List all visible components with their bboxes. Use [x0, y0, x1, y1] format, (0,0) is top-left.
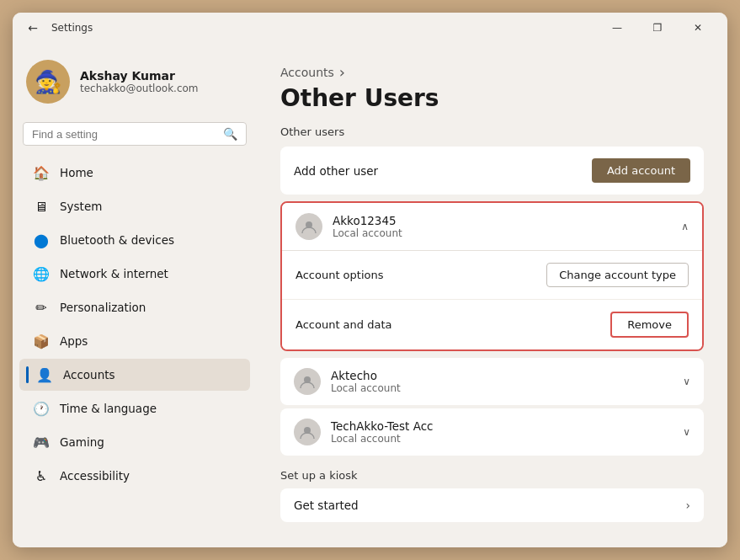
setup-kiosk-section: Set up a kiosk Get started › — [280, 469, 704, 522]
sidebar-item-apps[interactable]: 📦 Apps — [19, 325, 250, 357]
user-item-techakko-test: TechAkko-Test Acc Local account ∨ — [280, 408, 704, 456]
maximize-button[interactable]: ❐ — [638, 14, 677, 41]
user-info: Akshay Kumar techakko@outlook.com — [80, 69, 199, 94]
user-name-aktecho: Aktecho — [331, 369, 401, 382]
home-icon: 🏠 — [33, 164, 50, 181]
user-item-akko12345: Akko12345 Local account ∧ Account option… — [280, 201, 704, 351]
get-started-label: Get started — [294, 499, 359, 512]
sidebar-item-bluetooth[interactable]: ⬤ Bluetooth & devices — [19, 224, 250, 256]
back-button[interactable]: ← — [23, 18, 43, 38]
system-icon: 🖥 — [33, 198, 50, 215]
gaming-icon: 🎮 — [33, 434, 50, 451]
sidebar-item-home[interactable]: 🏠 Home — [19, 157, 250, 189]
user-type-akko12345: Local account — [333, 227, 402, 239]
remove-button[interactable]: Remove — [610, 312, 689, 338]
user-item-aktecho: Aktecho Local account ∨ — [280, 358, 704, 405]
chevron-down-icon-2: ∨ — [683, 426, 690, 438]
user-header-techakko-test[interactable]: TechAkko-Test Acc Local account ∨ — [280, 408, 704, 456]
search-input[interactable] — [32, 128, 218, 141]
user-name-akko12345: Akko12345 — [333, 214, 402, 227]
sidebar-item-label: Personalization — [60, 301, 146, 314]
user-avatar-techakko-test — [294, 419, 321, 445]
page-title: Other Users — [280, 84, 704, 112]
sidebar-item-gaming[interactable]: 🎮 Gaming — [19, 426, 250, 458]
window-controls: — ❐ ✕ — [598, 14, 717, 41]
chevron-up-icon: ∧ — [681, 221, 689, 232]
sidebar-item-label: Apps — [60, 334, 88, 348]
titlebar: ← Settings — ❐ ✕ — [13, 13, 727, 43]
close-button[interactable]: ✕ — [679, 14, 717, 41]
add-account-button[interactable]: Add account — [592, 158, 690, 183]
apps-icon: 📦 — [33, 333, 50, 349]
bluetooth-icon: ⬤ — [33, 232, 50, 248]
add-user-label: Add other user — [294, 164, 378, 178]
main-content: Accounts › Other Users Other users Add o… — [257, 43, 727, 547]
sidebar-item-label: Gaming — [60, 435, 104, 449]
account-options-label: Account options — [295, 269, 384, 281]
user-header-aktecho[interactable]: Aktecho Local account ∨ — [280, 358, 704, 405]
get-started-row[interactable]: Get started › — [280, 488, 704, 522]
accessibility-icon: ♿ — [33, 467, 50, 484]
sidebar-item-accessibility[interactable]: ♿ Accessibility — [19, 460, 250, 492]
change-account-type-button[interactable]: Change account type — [546, 263, 689, 287]
minimize-button[interactable]: — — [598, 14, 636, 41]
personalization-icon: ✏️ — [33, 299, 50, 316]
search-icon: 🔍 — [223, 127, 237, 141]
account-data-row: Account and data Remove — [282, 300, 702, 349]
kiosk-label: Set up a kiosk — [280, 469, 704, 482]
sidebar-item-label: Accounts — [63, 368, 115, 381]
account-options-row: Account options Change account type — [282, 251, 702, 300]
sidebar-item-personalization[interactable]: ✏️ Personalization — [19, 291, 250, 323]
breadcrumb: Accounts › — [280, 63, 704, 81]
sidebar-item-label: Accessibility — [60, 469, 130, 483]
user-header-akko12345[interactable]: Akko12345 Local account ∧ — [282, 203, 702, 250]
time-icon: 🕐 — [33, 400, 50, 417]
user-options-akko12345: Account options Change account type Acco… — [282, 250, 702, 349]
sidebar-item-time[interactable]: 🕐 Time & language — [19, 392, 250, 424]
sidebar-item-label: Home — [60, 166, 93, 179]
user-name-techakko-test: TechAkko-Test Acc — [331, 419, 434, 433]
add-user-row: Add other user Add account — [280, 147, 704, 195]
user-avatar-akko12345 — [295, 213, 322, 240]
titlebar-left: ← Settings — [23, 18, 93, 38]
sidebar-item-accounts[interactable]: 👤 Accounts — [19, 359, 250, 391]
chevron-right-icon: › — [686, 499, 690, 512]
breadcrumb-parent: Accounts — [280, 66, 334, 79]
network-icon: 🌐 — [33, 265, 50, 282]
sidebar-item-system[interactable]: 🖥 System — [19, 190, 250, 222]
section-label: Other users — [280, 125, 704, 138]
content-area: 🧙 Akshay Kumar techakko@outlook.com 🔍 🏠 … — [13, 43, 727, 547]
breadcrumb-separator: › — [339, 63, 345, 81]
window-title: Settings — [51, 22, 93, 34]
sidebar-item-network[interactable]: 🌐 Network & internet — [19, 258, 250, 290]
user-profile[interactable]: 🧙 Akshay Kumar techakko@outlook.com — [13, 50, 257, 117]
account-data-label: Account and data — [295, 318, 392, 331]
settings-window: ← Settings — ❐ ✕ 🧙 Akshay Kumar techakko… — [13, 13, 727, 547]
user-email: techakko@outlook.com — [80, 83, 199, 94]
user-type-techakko-test: Local account — [331, 433, 434, 445]
sidebar: 🧙 Akshay Kumar techakko@outlook.com 🔍 🏠 … — [13, 43, 257, 547]
search-box[interactable]: 🔍 — [23, 122, 247, 146]
user-type-aktecho: Local account — [331, 382, 401, 394]
sidebar-item-label: Network & internet — [60, 267, 168, 280]
accounts-icon: 👤 — [36, 366, 53, 383]
user-name: Akshay Kumar — [80, 69, 199, 83]
user-avatar-aktecho — [294, 368, 321, 395]
sidebar-item-label: System — [60, 200, 102, 213]
avatar: 🧙 — [26, 60, 70, 104]
chevron-down-icon: ∨ — [683, 376, 690, 387]
sidebar-item-label: Bluetooth & devices — [60, 233, 174, 247]
sidebar-item-label: Time & language — [60, 402, 157, 415]
